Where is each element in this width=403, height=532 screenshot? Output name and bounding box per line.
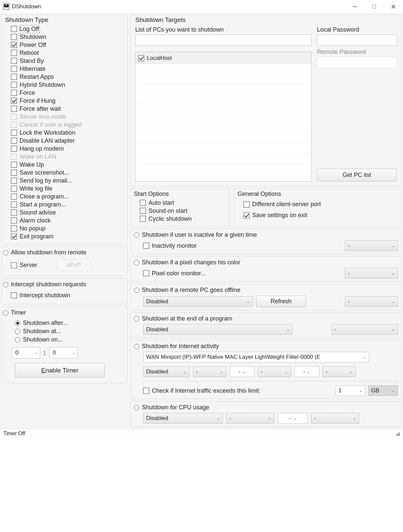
shutdown-type-checkbox[interactable] bbox=[11, 162, 17, 168]
shutdown-type-checkbox[interactable] bbox=[11, 58, 17, 64]
internet-s6[interactable]: -⌄ bbox=[323, 366, 356, 377]
shutdown-type-checkbox[interactable] bbox=[11, 233, 17, 239]
shutdown-type-label: Sound advise bbox=[20, 209, 56, 216]
shutdown-type-checkbox[interactable] bbox=[11, 225, 17, 231]
shutdown-type-checkbox[interactable] bbox=[11, 217, 17, 223]
internet-s5[interactable]: -⌄ bbox=[294, 366, 319, 377]
shutdown-type-label: Wake on LAN bbox=[20, 153, 56, 160]
offline-group: Shutdown if a remote PC goes offline Dis… bbox=[130, 284, 402, 310]
shutdown-type-item: Hibernate bbox=[11, 65, 124, 73]
pixel-select[interactable]: -⌄ bbox=[345, 268, 398, 279]
timer-on-radio[interactable] bbox=[15, 337, 20, 342]
shutdown-type-checkbox[interactable] bbox=[11, 138, 17, 144]
resize-grip-icon[interactable]: ◢ bbox=[396, 430, 400, 437]
shutdown-type-checkbox[interactable] bbox=[11, 42, 17, 48]
get-pclist-button[interactable]: Get PC list bbox=[317, 169, 397, 182]
shutdown-type-checkbox[interactable] bbox=[11, 74, 17, 80]
server-checkbox[interactable] bbox=[11, 262, 17, 268]
shutdown-type-checkbox[interactable] bbox=[11, 98, 17, 104]
shutdown-type-checkbox[interactable] bbox=[11, 178, 17, 184]
shutdown-type-checkbox bbox=[11, 122, 17, 128]
shutdown-type-checkbox[interactable] bbox=[11, 170, 17, 176]
inactivity-monitor-checkbox[interactable] bbox=[143, 243, 149, 249]
shutdown-type-label: Force after wait bbox=[20, 105, 61, 112]
cpu-s4[interactable]: -⌄ bbox=[311, 413, 359, 424]
remote-pw-input[interactable] bbox=[317, 57, 397, 68]
refresh-button[interactable]: Refresh bbox=[256, 296, 306, 307]
internet-s4[interactable]: -⌄ bbox=[258, 366, 291, 377]
inactive-radio[interactable] bbox=[134, 232, 139, 238]
offline-select[interactable]: Disabled⌄ bbox=[143, 296, 253, 307]
cpu-s2[interactable]: -⌄ bbox=[226, 413, 274, 424]
autostart-checkbox[interactable] bbox=[140, 200, 146, 206]
shutdown-type-item: Send log by email... bbox=[11, 177, 124, 185]
upnp-button[interactable]: uPnP bbox=[57, 259, 90, 271]
endprog-group: Shutdown at the end of a program Disable… bbox=[130, 312, 402, 338]
pixel-radio[interactable] bbox=[134, 260, 139, 265]
timer-radio[interactable] bbox=[3, 310, 8, 316]
shutdown-type-checkbox bbox=[11, 114, 17, 120]
traffic-limit-checkbox[interactable] bbox=[143, 388, 149, 394]
cpu-s1[interactable]: Disabled⌄ bbox=[143, 413, 223, 424]
shutdown-type-checkbox[interactable] bbox=[11, 201, 17, 207]
allow-remote-radio[interactable] bbox=[3, 250, 8, 255]
cpu-radio[interactable] bbox=[134, 405, 139, 410]
offline-select2[interactable]: -⌄ bbox=[345, 296, 398, 307]
shutdown-type-checkbox[interactable] bbox=[11, 194, 17, 200]
shutdown-type-checkbox[interactable] bbox=[11, 26, 17, 32]
save-settings-checkbox[interactable] bbox=[244, 212, 250, 218]
cpu-s3[interactable]: -⌄ bbox=[278, 413, 308, 424]
sound-checkbox[interactable] bbox=[140, 208, 146, 214]
shutdown-type-label: Power Off bbox=[20, 42, 46, 49]
internet-s3[interactable]: -⌄ bbox=[230, 366, 254, 377]
internet-s2[interactable]: -⌄ bbox=[193, 366, 226, 377]
maximize-button[interactable] bbox=[364, 0, 384, 13]
shutdown-type-checkbox[interactable] bbox=[11, 50, 17, 56]
shutdown-type-checkbox[interactable] bbox=[11, 209, 17, 215]
endprog-select2[interactable]: -⌄ bbox=[332, 324, 398, 335]
app-icon bbox=[3, 3, 10, 10]
shutdown-type-label: Server less mode bbox=[20, 113, 66, 120]
traffic-limit-value[interactable]: 1⌄ bbox=[336, 385, 365, 396]
local-pw-input[interactable] bbox=[317, 35, 397, 46]
minimize-button[interactable] bbox=[345, 0, 364, 13]
status-text: Timer Off bbox=[3, 431, 25, 437]
intercept-label: Intercept shutdown bbox=[20, 292, 70, 299]
local-pw-label: Local Password bbox=[317, 26, 397, 33]
timer-after-label: Shutdown after... bbox=[23, 320, 68, 327]
enable-timer-button[interactable]: Enable Timer bbox=[15, 363, 105, 378]
internet-radio[interactable] bbox=[134, 344, 139, 349]
shutdown-type-checkbox[interactable] bbox=[11, 130, 17, 136]
close-button[interactable] bbox=[384, 0, 403, 13]
intercept-radio[interactable] bbox=[3, 282, 8, 287]
endprog-select[interactable]: Disabled⌄ bbox=[143, 324, 293, 335]
timer-at-radio[interactable] bbox=[15, 329, 20, 334]
shutdown-type-checkbox[interactable] bbox=[11, 106, 17, 112]
inactive-select[interactable]: -⌄ bbox=[345, 240, 398, 251]
shutdown-type-checkbox[interactable] bbox=[11, 34, 17, 40]
pixel-monitor-checkbox[interactable] bbox=[143, 270, 149, 276]
timer-after-radio[interactable] bbox=[15, 321, 20, 326]
cyclic-checkbox[interactable] bbox=[140, 216, 146, 222]
pc-name-input[interactable] bbox=[135, 35, 312, 46]
timer-on-label: Shutdown on... bbox=[23, 336, 63, 343]
targets-title: Shutdown Targets bbox=[134, 16, 187, 24]
shutdown-type-checkbox[interactable] bbox=[11, 90, 17, 96]
intercept-checkbox[interactable] bbox=[11, 292, 17, 298]
shutdown-type-label: Force if Hung bbox=[20, 97, 55, 104]
timer-minutes-spin[interactable]: 0⌄ bbox=[49, 347, 78, 358]
adapter-select[interactable]: WAN Miniport (IP)-WFP Native MAC Layer L… bbox=[143, 352, 369, 362]
port-checkbox[interactable] bbox=[244, 201, 250, 207]
pc-list[interactable]: LocalHost bbox=[135, 52, 312, 182]
endprog-radio[interactable] bbox=[134, 316, 139, 322]
localhost-checkbox[interactable] bbox=[138, 55, 144, 61]
shutdown-type-checkbox[interactable] bbox=[11, 146, 17, 152]
shutdown-type-checkbox[interactable] bbox=[11, 66, 17, 72]
offline-radio[interactable] bbox=[134, 288, 139, 293]
traffic-limit-unit[interactable]: GB⌄ bbox=[368, 385, 398, 396]
internet-s1[interactable]: Disabled⌄ bbox=[143, 366, 190, 377]
shutdown-type-item: Server less mode bbox=[11, 113, 124, 121]
timer-hours-spin[interactable]: 0⌄ bbox=[12, 347, 40, 358]
shutdown-type-checkbox[interactable] bbox=[11, 186, 17, 192]
shutdown-type-checkbox[interactable] bbox=[11, 82, 17, 88]
